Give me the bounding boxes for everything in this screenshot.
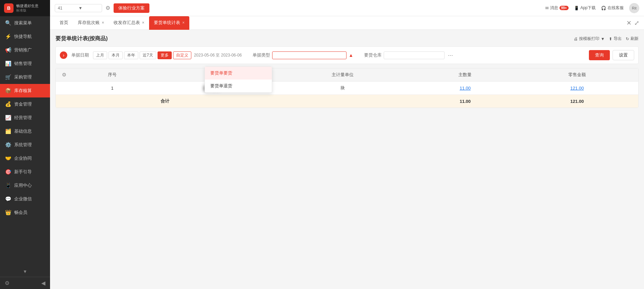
query-btn[interactable]: 查询 xyxy=(589,50,610,60)
warehouse-input[interactable] xyxy=(384,51,445,59)
tab-inventory-batch[interactable]: 库存批次账 × xyxy=(73,16,109,30)
sidebar-item-label-quick-nav: 快捷导航 xyxy=(14,34,32,40)
collapse-icon[interactable]: ◀ xyxy=(41,280,45,286)
row-quantity[interactable]: 11.00 xyxy=(414,82,516,95)
table-header-row: ⚙ 序号 商品 主计量单位 主数量 零售金额 xyxy=(56,68,638,82)
app-center-icon: 📱 xyxy=(5,182,11,189)
print-icon: 🖨 xyxy=(574,37,578,41)
footer-amount: 121.00 xyxy=(516,95,638,108)
export-btn[interactable]: ⬆ 导出 xyxy=(609,36,622,42)
messages-btn[interactable]: ✉ 消息 99+ xyxy=(545,5,569,11)
sidebar: B 畅捷通好生意 标准版 🔍搜索菜单⚡快捷导航📢营销推广📊销售管理🛒采购管理📦库… xyxy=(0,0,50,289)
date-7days[interactable]: 近7天 xyxy=(140,51,156,59)
sidebar-item-label-operations: 经营管理 xyxy=(14,115,32,121)
sidebar-item-marketing[interactable]: 📢营销推广 xyxy=(0,43,50,57)
date-this-month[interactable]: 本月 xyxy=(109,51,123,59)
filter-bar: › 单据日期 上月 本月 本年 近7天 更多 自定义 2023-05-06 至 … xyxy=(55,46,639,64)
expand-tabs-btn[interactable]: ⤢ xyxy=(634,19,639,27)
print-arrow: ▼ xyxy=(601,37,605,41)
settings-icon[interactable]: ⚙ xyxy=(5,280,9,286)
page-header: 要货单统计表(按商品) 🖨 按模板打印 ▼ ⬆ 导出 ↻ 刷新 xyxy=(55,35,639,42)
support-label: 在线客服 xyxy=(607,5,624,11)
messages-label: 消息 xyxy=(550,5,558,11)
sidebar-item-label-inventory: 库存核算 xyxy=(14,88,32,94)
type-input[interactable] xyxy=(272,51,347,59)
type-dropdown: 要货单要货 要货单退货 xyxy=(205,66,272,93)
filter-more-btn[interactable]: ··· xyxy=(448,52,453,59)
tab-stock-summary[interactable]: 收发存汇总表 × xyxy=(109,16,149,30)
dropdown-option-order-single[interactable]: 要货单要货 xyxy=(205,67,272,80)
system-icon: ⚙️ xyxy=(5,141,11,148)
sidebar-item-label-search: 搜索菜单 xyxy=(14,20,32,26)
sidebar-scroll-down[interactable]: ▼ xyxy=(21,268,28,275)
avatar[interactable]: Rit xyxy=(629,3,639,13)
sidebar-item-label-member: 畅会员 xyxy=(14,209,27,216)
sidebar-item-label-system: 系统管理 xyxy=(14,142,32,148)
sidebar-item-system[interactable]: ⚙️系统管理 xyxy=(0,138,50,152)
support-btn[interactable]: 🎧 在线客服 xyxy=(601,5,624,11)
date-prev-month[interactable]: 上月 xyxy=(93,51,107,59)
sidebar-item-operations[interactable]: 📈经营管理 xyxy=(0,111,50,125)
dropdown-option-order-return[interactable]: 要货单退货 xyxy=(205,80,272,92)
row-num: 1 xyxy=(72,82,152,95)
footer-unit xyxy=(271,95,414,108)
refresh-label: 刷新 xyxy=(630,36,639,42)
tab-stock-summary-close[interactable]: × xyxy=(142,20,144,25)
type-dropdown-arrow[interactable]: ▲ xyxy=(349,52,353,58)
finance-icon: 💰 xyxy=(5,101,11,108)
table-footer-row: 合计 11.00 121.00 xyxy=(56,95,638,108)
col-settings[interactable]: ⚙ xyxy=(56,68,72,82)
sidebar-item-member[interactable]: 👑畅会员 xyxy=(0,206,50,219)
type-label: 单据类型 xyxy=(253,52,270,58)
sidebar-item-sales[interactable]: 📊销售管理 xyxy=(0,57,50,70)
sidebar-item-label-app-center: 应用中心 xyxy=(14,182,32,188)
logo-icon: B xyxy=(4,3,14,13)
sidebar-bottom: ⚙ ◀ xyxy=(0,277,50,289)
refresh-btn[interactable]: ↻ 刷新 xyxy=(626,36,639,42)
date-this-year[interactable]: 本年 xyxy=(124,51,138,59)
app-logo: B 畅捷通好生意 标准版 xyxy=(0,0,50,16)
date-more[interactable]: 更多 xyxy=(158,51,172,59)
sidebar-item-basic-info[interactable]: 🗂️基础信息 xyxy=(0,125,50,138)
sidebar-item-label-purchase: 采购管理 xyxy=(14,74,32,80)
date-label: 单据日期 xyxy=(71,52,89,58)
sidebar-item-wechat[interactable]: 💬企业微信 xyxy=(0,192,50,206)
sidebar-item-label-wechat: 企业微信 xyxy=(14,196,32,202)
sidebar-item-quick-nav[interactable]: ⚡快捷导航 xyxy=(0,30,50,43)
refresh-icon: ↻ xyxy=(626,37,629,41)
date-custom[interactable]: 自定义 xyxy=(173,51,191,59)
sidebar-item-label-basic-info: 基础信息 xyxy=(14,128,32,134)
close-all-tabs-btn[interactable]: ✕ xyxy=(626,19,631,27)
app-sub: 标准版 xyxy=(16,8,39,13)
sidebar-item-search[interactable]: 🔍搜索菜单 xyxy=(0,16,50,30)
sidebar-item-app-center[interactable]: 📱应用中心 xyxy=(0,179,50,192)
operations-icon: 📈 xyxy=(5,114,11,121)
tab-home[interactable]: 首页 xyxy=(55,16,73,30)
tab-order-stats[interactable]: 要货单统计表 × xyxy=(149,16,189,30)
marketing-icon: 📢 xyxy=(5,47,11,53)
filter-settings-btn[interactable]: 设置 xyxy=(613,50,634,60)
col-settings-icon[interactable]: ⚙ xyxy=(62,72,66,77)
sidebar-item-inventory[interactable]: 📦库存核算 xyxy=(0,84,50,97)
purchase-icon: 🛒 xyxy=(5,74,11,81)
message-icon: ✉ xyxy=(545,6,549,10)
print-btn[interactable]: 🖨 按模板打印 ▼ xyxy=(574,36,605,42)
page-actions: 🖨 按模板打印 ▼ ⬆ 导出 ↻ 刷新 xyxy=(574,36,639,42)
app-download-btn[interactable]: 📱 App下载 xyxy=(574,5,596,11)
topbar-gear-icon[interactable]: ⚙ xyxy=(105,5,110,11)
date-group: 上月 本月 本年 近7天 更多 自定义 2023-05-06 至 2023-06… xyxy=(93,51,242,59)
sidebar-item-label-guide: 新手引导 xyxy=(14,169,32,175)
row-amount[interactable]: 121.00 xyxy=(516,82,638,95)
sidebar-item-finance[interactable]: 💰资金管理 xyxy=(0,97,50,111)
filter-expand-btn[interactable]: › xyxy=(60,51,67,59)
sidebar-item-enterprise[interactable]: 🤝企业协同 xyxy=(0,152,50,165)
sidebar-item-purchase[interactable]: 🛒采购管理 xyxy=(0,70,50,84)
tab-order-stats-close[interactable]: × xyxy=(182,20,185,25)
promo-button[interactable]: 体验行业方案 xyxy=(114,3,149,13)
sidebar-item-guide[interactable]: 🎯新手引导 xyxy=(0,165,50,179)
main-area: 41 ▼ ⚙ 体验行业方案 ✉ 消息 99+ 📱 App下载 🎧 在线客服 Ri… xyxy=(50,0,644,289)
tab-inventory-batch-close[interactable]: × xyxy=(102,20,104,25)
app-download-icon: 📱 xyxy=(574,6,579,10)
basic-info-icon: 🗂️ xyxy=(5,128,11,135)
org-selector[interactable]: 41 ▼ xyxy=(55,4,102,12)
